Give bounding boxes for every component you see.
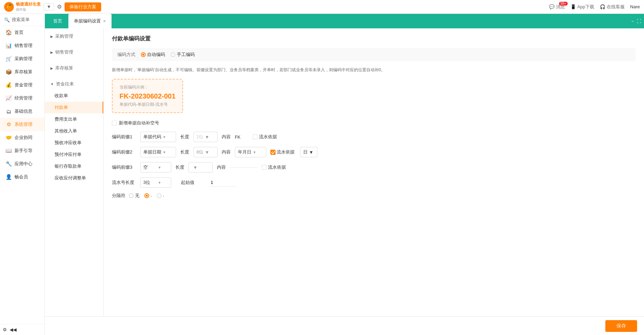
content3-label: 内容 <box>217 164 226 170</box>
collapse-arrow-sales: ▶ <box>50 50 53 54</box>
tab-home[interactable]: 首页 <box>48 14 68 28</box>
logo: 🍊 畅捷通好生意 插件版 <box>4 1 41 12</box>
settings-icon[interactable]: ⚙ <box>3 327 7 332</box>
auto-encode-radio[interactable] <box>141 52 146 57</box>
prefix1-label: 编码前缀1 <box>112 134 136 140</box>
auto-fill-checkbox[interactable] <box>112 121 117 125</box>
stream1-cb[interactable] <box>253 134 258 139</box>
code-preview-value: FK-20230602-001 <box>119 92 175 100</box>
prefix2-arrow: ▼ <box>163 150 166 154</box>
sidebar-item-home[interactable]: 🏠 首页 <box>0 26 45 39</box>
content2-select[interactable]: 年月日 ▼ <box>235 147 266 157</box>
manual-encode-option[interactable]: 手工编码 <box>171 52 195 58</box>
serial-length-select[interactable]: 3位 ▼ <box>140 177 171 188</box>
prefix3-select[interactable]: 空 ▼ <box>140 162 171 173</box>
code-preview: 当前编码示例： FK-20230602-001 单据代码-单据日期-流水号 <box>112 79 183 113</box>
stream2-cb[interactable] <box>270 150 275 155</box>
message-button[interactable]: 💬 消息 99+ <box>549 4 565 10</box>
sidebar-item-enterprise[interactable]: 🤝 企业协同 <box>0 131 45 144</box>
sidebar-search[interactable]: 🔍 搜索菜单 <box>0 14 45 26</box>
sub-item-bank[interactable]: 银行存取款单 <box>45 160 103 172</box>
sep-dot2-option[interactable]: · <box>157 193 164 198</box>
enterprise-icon: 🤝 <box>6 134 12 141</box>
online-service-button[interactable]: 🎧 在线客服 <box>600 4 625 10</box>
content3-value <box>230 167 258 168</box>
sub-group-purchase-title[interactable]: ▶ 采购管理 <box>45 30 103 42</box>
message-count: 99+ <box>559 2 568 6</box>
sep-dot-option[interactable]: · <box>144 193 152 198</box>
sep-dot2-radio[interactable] <box>157 193 162 198</box>
serial-row: 流水号长度 3位 ▼ 起始值 <box>112 177 636 188</box>
tab-close-icon[interactable]: ✕ <box>103 19 106 24</box>
stream2-checkbox[interactable]: 流水依据 <box>270 149 295 155</box>
sub-item-receipt[interactable]: 收款单 <box>45 90 103 102</box>
sub-group-sales-title[interactable]: ▶ 销售管理 <box>45 46 103 58</box>
manual-encode-radio[interactable] <box>171 52 175 57</box>
save-button[interactable]: 保存 <box>605 320 637 332</box>
top-bar-right: 💬 消息 99+ 📱 App下载 🎧 在线客服 Nare <box>549 4 640 10</box>
length2-select[interactable]: 8位 ▼ <box>193 147 218 157</box>
sub-item-adjustment[interactable]: 应收应付调整单 <box>45 172 103 184</box>
stream1-checkbox[interactable]: 流水依据 <box>253 134 277 140</box>
page-title: 付款单编码设置 <box>112 35 636 43</box>
sidebar-item-finance[interactable]: 💰 资金管理 <box>0 78 45 92</box>
sidebar-item-app[interactable]: 🔧 应用中心 <box>0 157 45 170</box>
sidebar-item-sales[interactable]: 📊 销售管理 <box>0 39 45 52</box>
content1-value: FK <box>235 134 249 140</box>
dropdown-button[interactable]: ▼ <box>44 3 54 10</box>
sub-item-pre-receivable[interactable]: 预收冲应收单 <box>45 137 103 149</box>
sub-item-payment[interactable]: 付款单 <box>45 102 103 113</box>
sub-group-funds-title[interactable]: ▼ 资金往来 <box>45 78 103 90</box>
auto-encode-option[interactable]: 自动编码 <box>141 52 165 58</box>
app-download-button[interactable]: 📱 App下载 <box>570 4 594 10</box>
sub-item-other-income[interactable]: 其他收入单 <box>45 125 103 137</box>
logo-icon: 🍊 <box>4 2 14 12</box>
config-row-1: 编码前缀1 单据代码 ▼ 长度 2位 ▼ 内容 FK 流水依据 <box>112 132 636 142</box>
start-value-input[interactable] <box>209 178 237 187</box>
length1-label: 长度 <box>180 134 189 140</box>
inventory-icon: 📦 <box>6 69 12 75</box>
collapse-arrow-inventory: ▶ <box>50 66 53 70</box>
sidebar-item-system[interactable]: ⚙ 系统管理 <box>0 118 45 131</box>
stream3-cb[interactable] <box>262 165 267 170</box>
content1-label: 内容 <box>222 134 231 140</box>
length3-label: 长度 <box>175 164 184 170</box>
sidebar-item-inventory[interactable]: 📦 库存核算 <box>0 65 45 78</box>
length3-select[interactable]: ▼ <box>189 162 213 173</box>
sub-group-inventory-title[interactable]: ▶ 库存核算 <box>45 62 103 74</box>
tab-bar: 首页 单据编码设置 ✕ − ⛶ <box>45 14 644 28</box>
prefix2-select[interactable]: 单据日期 ▼ <box>140 147 176 157</box>
stream3-checkbox[interactable]: 流水依据 <box>262 164 286 170</box>
sidebar-item-basic-info[interactable]: 🗂 基础信息 <box>0 105 45 118</box>
config-row-2: 编码前缀2 单据日期 ▼ 长度 8位 ▼ 内容 年月日 ▼ <box>112 147 636 157</box>
length1-arrow: ▼ <box>205 134 209 140</box>
sep-none-radio[interactable] <box>129 193 134 198</box>
sidebar-item-operation[interactable]: 📈 经营管理 <box>0 92 45 105</box>
system-icon: ⚙ <box>6 121 12 128</box>
sidebar-item-member[interactable]: 👤 畅会员 <box>0 170 45 184</box>
sidebar-item-guide[interactable]: 📖 新手引导 <box>0 144 45 157</box>
start-value-label: 起始值 <box>181 179 205 186</box>
content2-arrow: ▼ <box>253 150 256 154</box>
sub-item-expense[interactable]: 费用支出单 <box>45 113 103 125</box>
right-section: 首页 单据编码设置 ✕ − ⛶ ▶ 采购管理 <box>45 14 644 335</box>
sub-item-pre-payable[interactable]: 预付冲应付单 <box>45 149 103 160</box>
sep-dot-radio[interactable] <box>144 193 149 198</box>
tab-minus-icon[interactable]: − <box>631 19 634 24</box>
prefix1-select[interactable]: 单据代码 ▼ <box>140 132 176 142</box>
collapse-icon[interactable]: ◀◀ <box>10 327 17 332</box>
sidebar-item-purchase[interactable]: 🛒 采购管理 <box>0 52 45 65</box>
collapse-arrow-purchase: ▶ <box>50 35 53 38</box>
experience-button[interactable]: 体验行业方案 <box>65 2 101 11</box>
tab-encoding[interactable]: 单据编码设置 ✕ <box>68 14 112 28</box>
length1-select[interactable]: 2位 ▼ <box>193 132 218 142</box>
day-select[interactable]: 日 ▼ <box>300 147 317 157</box>
operation-icon: 📈 <box>6 95 12 101</box>
prefix2-label: 编码前缀2 <box>112 149 136 155</box>
gear-button[interactable]: ⚙ <box>57 3 62 10</box>
tab-fullscreen-icon[interactable]: ⛶ <box>637 19 641 24</box>
main-layout: 🔍 搜索菜单 🏠 首页 📊 销售管理 🛒 采购管理 📦 库存核算 💰 资金管理 … <box>0 14 644 335</box>
sep-none-option[interactable]: 无 <box>129 193 140 199</box>
logo-text: 畅捷通好生意 插件版 <box>16 1 41 12</box>
user-profile[interactable]: Nare <box>630 4 640 9</box>
